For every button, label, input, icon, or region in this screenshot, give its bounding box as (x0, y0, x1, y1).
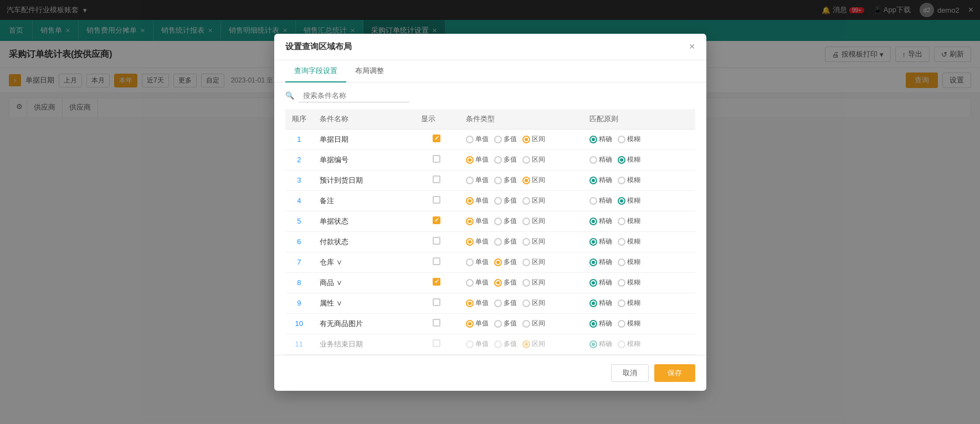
match-radio-精确[interactable]: 精确 (589, 175, 612, 185)
type-radio-单值[interactable]: 单值 (466, 135, 489, 144)
type-radio-单值[interactable]: 单值 (466, 175, 489, 185)
radio-label: 多值 (504, 237, 517, 246)
type-radio-多值[interactable]: 多值 (494, 155, 517, 164)
type-radio-单值[interactable]: 单值 (466, 216, 489, 226)
row-display[interactable] (414, 149, 459, 170)
match-radio-精确[interactable]: 精确 (589, 257, 612, 267)
type-radio-区间[interactable]: 区间 (522, 257, 545, 267)
type-radio-区间[interactable]: 区间 (522, 196, 545, 205)
tab-query-fields[interactable]: 查询字段设置 (285, 60, 346, 82)
row-display[interactable] (414, 293, 459, 313)
match-radio-精确[interactable]: 精确 (589, 339, 612, 349)
type-radio-多值[interactable]: 多值 (494, 298, 517, 308)
type-radio-区间[interactable]: 区间 (522, 216, 545, 226)
radio-label: 区间 (532, 339, 545, 349)
row-match: 精确模糊 (583, 190, 695, 211)
type-radio-多值[interactable]: 多值 (494, 216, 517, 226)
type-radio-单值[interactable]: 单值 (466, 237, 489, 246)
type-radio-区间[interactable]: 区间 (522, 135, 545, 144)
row-display[interactable] (414, 211, 459, 231)
type-radio-单值[interactable]: 单值 (466, 319, 489, 328)
display-checkbox[interactable] (433, 155, 440, 163)
match-radio-精确[interactable]: 精确 (589, 196, 612, 205)
radio-circle (589, 177, 597, 184)
row-display[interactable] (414, 129, 459, 149)
display-checkbox[interactable] (433, 196, 440, 204)
radio-circle (618, 136, 625, 143)
type-radio-多值[interactable]: 多值 (494, 339, 517, 349)
type-radio-区间[interactable]: 区间 (522, 237, 545, 246)
match-radio-模糊[interactable]: 模糊 (618, 135, 640, 144)
display-checkbox[interactable] (433, 216, 440, 224)
type-radio-多值[interactable]: 多值 (494, 278, 517, 287)
row-display[interactable] (414, 334, 459, 354)
match-radio-模糊[interactable]: 模糊 (618, 257, 640, 267)
display-checkbox[interactable] (433, 278, 440, 286)
type-radio-区间[interactable]: 区间 (522, 175, 545, 185)
type-radio-单值[interactable]: 单值 (466, 196, 489, 205)
row-display[interactable] (414, 313, 459, 334)
radio-label: 精确 (599, 135, 612, 144)
row-order: 4 (285, 190, 314, 211)
type-radio-多值[interactable]: 多值 (494, 319, 517, 328)
modal-table-container: 顺序 条件名称 显示 条件类型 匹配原则 1单据日期单值多值区间精确模糊2单据编… (274, 109, 706, 355)
radio-circle (522, 156, 530, 164)
display-checkbox[interactable] (433, 319, 440, 327)
match-radio-模糊[interactable]: 模糊 (618, 175, 640, 185)
display-checkbox[interactable] (433, 298, 440, 306)
radio-label: 模糊 (627, 135, 640, 144)
row-match: 精确模糊 (583, 211, 695, 231)
table-row: 8商品 ∨单值多值区间精确模糊 (285, 272, 695, 293)
match-radio-精确[interactable]: 精确 (589, 298, 612, 308)
modal-close-btn[interactable]: × (689, 42, 695, 51)
radio-label: 模糊 (627, 278, 640, 287)
row-display[interactable] (414, 252, 459, 272)
type-radio-多值[interactable]: 多值 (494, 237, 517, 246)
tab-layout-adjust[interactable]: 布局调整 (346, 60, 393, 82)
row-display[interactable] (414, 231, 459, 252)
match-radio-精确[interactable]: 精确 (589, 237, 612, 246)
match-radio-模糊[interactable]: 模糊 (618, 196, 640, 205)
type-radio-区间[interactable]: 区间 (522, 319, 545, 328)
match-radio-模糊[interactable]: 模糊 (618, 339, 640, 349)
match-radio-精确[interactable]: 精确 (589, 216, 612, 226)
type-radio-多值[interactable]: 多值 (494, 175, 517, 185)
display-checkbox[interactable] (433, 257, 440, 265)
match-radio-模糊[interactable]: 模糊 (618, 155, 640, 164)
type-radio-单值[interactable]: 单值 (466, 339, 489, 349)
type-radio-多值[interactable]: 多值 (494, 257, 517, 267)
match-radio-模糊[interactable]: 模糊 (618, 216, 640, 226)
type-radio-区间[interactable]: 区间 (522, 339, 545, 349)
display-checkbox[interactable] (433, 237, 440, 245)
match-radio-模糊[interactable]: 模糊 (618, 278, 640, 287)
type-radio-单值[interactable]: 单值 (466, 278, 489, 287)
match-radio-模糊[interactable]: 模糊 (618, 298, 640, 308)
match-radio-精确[interactable]: 精确 (589, 278, 612, 287)
display-checkbox[interactable] (433, 175, 440, 183)
match-radio-精确[interactable]: 精确 (589, 319, 612, 328)
type-radio-区间[interactable]: 区间 (522, 278, 545, 287)
type-radio-区间[interactable]: 区间 (522, 155, 545, 164)
type-radio-单值[interactable]: 单值 (466, 155, 489, 164)
search-input[interactable] (299, 89, 409, 102)
type-radio-多值[interactable]: 多值 (494, 196, 517, 205)
match-radio-模糊[interactable]: 模糊 (618, 237, 640, 246)
type-radio-多值[interactable]: 多值 (494, 135, 517, 144)
match-radio-精确[interactable]: 精确 (589, 135, 612, 144)
radio-label: 精确 (599, 155, 612, 164)
match-radio-模糊[interactable]: 模糊 (618, 319, 640, 328)
type-radio-单值[interactable]: 单值 (466, 298, 489, 308)
type-radio-单值[interactable]: 单值 (466, 257, 489, 267)
save-button[interactable]: 保存 (654, 364, 695, 382)
match-radio-精确[interactable]: 精确 (589, 155, 612, 164)
cancel-button[interactable]: 取消 (611, 364, 649, 382)
display-checkbox[interactable] (433, 339, 440, 347)
row-display[interactable] (414, 170, 459, 190)
radio-circle (589, 218, 597, 225)
display-checkbox[interactable] (433, 135, 440, 142)
radio-label: 模糊 (627, 216, 640, 226)
radio-label: 单值 (475, 298, 489, 308)
row-display[interactable] (414, 190, 459, 211)
type-radio-区间[interactable]: 区间 (522, 298, 545, 308)
row-display[interactable] (414, 272, 459, 293)
